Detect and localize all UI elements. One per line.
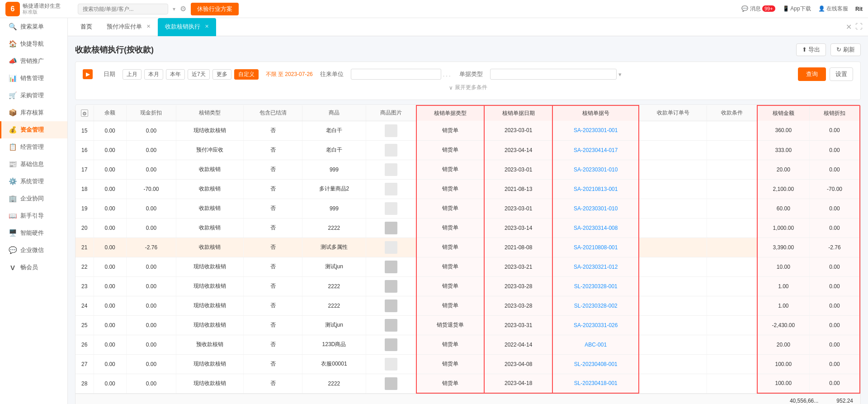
industry-btn[interactable]: 休验行业方案 xyxy=(191,3,239,15)
sidebar-item-finance[interactable]: 💰 资金管理 xyxy=(0,121,67,138)
dropdown-arrow-icon[interactable]: ▾ xyxy=(173,6,175,12)
bill-type-input[interactable] xyxy=(490,69,617,80)
product-img xyxy=(385,222,397,234)
bill-no-link[interactable]: SA-20230414-017 xyxy=(574,147,618,153)
sidebar-item-marketing[interactable]: 📣 营销推广 xyxy=(0,52,67,70)
bill-no-link[interactable]: SA-20230301-001 xyxy=(574,127,618,133)
filter-card: ▶ 日期 上月 本月 本年 近7天 更多 自定义 不限 至 2023-07-26 xyxy=(75,62,861,100)
product-img xyxy=(385,183,397,195)
date-more[interactable]: 更多 xyxy=(212,69,231,80)
query-btn[interactable]: 查询 xyxy=(798,67,826,81)
cell-product-img xyxy=(366,257,416,276)
product-img xyxy=(385,241,397,254)
box-icon: 📦 xyxy=(9,109,17,117)
date-this-month[interactable]: 本月 xyxy=(144,69,163,80)
tab-close-receipt[interactable]: ✕ xyxy=(205,24,209,29)
sidebar-item-wechat[interactable]: 💬 企业微信 xyxy=(0,242,67,259)
sidebar-item-basicinfo[interactable]: 📰 基础信息 xyxy=(0,156,67,173)
partner-dots[interactable]: ... xyxy=(443,71,452,78)
tab-receipt-offset[interactable]: 收款核销执行 ✕ xyxy=(158,18,216,36)
cell-product-img xyxy=(366,218,416,238)
cell-product-img xyxy=(366,276,416,296)
tab-close-icon[interactable]: ✕ xyxy=(846,23,852,31)
cell-rownum: 28 xyxy=(75,374,94,393)
sidebar-item-inventory[interactable]: 📦 库存核算 xyxy=(0,104,67,121)
bill-no-link[interactable]: SA-20230331-026 xyxy=(574,322,618,328)
col-settings[interactable]: ⚙ xyxy=(75,105,94,121)
cell-offset-amount: 100.00 xyxy=(757,354,810,374)
sidebar-item-quicknav[interactable]: 🏠 快捷导航 xyxy=(0,35,67,52)
bill-no-link[interactable]: SA-20210813-001 xyxy=(574,186,618,192)
date-last-month[interactable]: 上月 xyxy=(123,69,142,80)
bill-no-link[interactable]: SA-20230301-010 xyxy=(574,166,618,173)
export-icon: ⬆ xyxy=(802,46,807,53)
cell-cash-discount: -70.00 xyxy=(126,179,176,199)
export-btn[interactable]: ⬆ 导出 xyxy=(796,43,826,56)
settings-icon[interactable]: ⚙ xyxy=(180,5,186,13)
wechat-icon: 💬 xyxy=(9,246,17,254)
tab-expand-icon[interactable]: ⛶ xyxy=(855,23,863,31)
bill-type-dropdown-icon[interactable]: ▾ xyxy=(618,71,622,78)
online-service-btn[interactable]: 👤 在线客服 xyxy=(818,5,848,13)
cell-receipt-order-no xyxy=(639,199,707,218)
app-download-btn[interactable]: 📱 App下载 xyxy=(783,5,811,13)
bill-no-link[interactable]: SA-20230321-012 xyxy=(574,264,618,270)
sidebar-item-label: 资金管理 xyxy=(20,126,44,134)
cell-included-settled: 否 xyxy=(244,218,302,238)
bill-no-link[interactable]: SL-20230328-001 xyxy=(574,283,618,290)
tab-home[interactable]: 首页 xyxy=(73,18,99,36)
filter-settings-btn[interactable]: 设置 xyxy=(830,67,853,81)
cell-rownum: 17 xyxy=(75,160,94,179)
sidebar-item-purchase[interactable]: 🛒 采购管理 xyxy=(0,87,67,104)
cell-rownum: 25 xyxy=(75,315,94,335)
tab-prepay[interactable]: 预付冲应付单 ✕ xyxy=(99,18,158,36)
col-bill-type: 核销单据类型 xyxy=(416,105,485,121)
cell-receipt-order-no xyxy=(639,335,707,354)
cell-offset-amount: 333.00 xyxy=(757,140,810,160)
expand-more-btn[interactable]: ∨ 展开更多条件 xyxy=(83,81,853,94)
cell-offset-type: 收款核销 xyxy=(176,238,244,257)
sidebar-item-hardware[interactable]: 🖥️ 智能硬件 xyxy=(0,224,67,242)
date-this-year[interactable]: 本年 xyxy=(166,69,185,80)
date-7days[interactable]: 近7天 xyxy=(188,69,210,80)
message-btn[interactable]: 💬 消息 99+ xyxy=(741,5,775,13)
expand-toggle[interactable]: ▶ xyxy=(83,69,93,79)
cell-receipt-condition xyxy=(707,315,757,335)
chart-icon: 📊 xyxy=(9,74,17,82)
bill-no-link[interactable]: SA-20230301-010 xyxy=(574,205,618,212)
cell-product: 2222 xyxy=(302,218,366,238)
sidebar-item-system[interactable]: ⚙️ 系统管理 xyxy=(0,173,67,190)
tab-close-prepay[interactable]: ✕ xyxy=(146,24,151,29)
book-icon: 📖 xyxy=(9,212,17,220)
sidebar-item-sales[interactable]: 📊 销售管理 xyxy=(0,70,67,87)
product-img xyxy=(385,358,397,371)
bill-no-link[interactable]: SL-20230328-002 xyxy=(574,303,618,309)
sidebar-item-search[interactable]: 🔍 搜索菜单 xyxy=(0,18,67,35)
table-row: 23 0.00 0.00 现结收款核销 否 2222 销货单 2023-03-2… xyxy=(75,276,860,296)
cell-bill-type: 销货单 xyxy=(416,238,485,257)
cell-included-settled: 否 xyxy=(244,140,302,160)
bill-no-link[interactable]: SL-20230408-001 xyxy=(574,361,618,367)
col-settings-icon: ⚙ xyxy=(81,109,88,117)
sidebar-item-label: 搜索菜单 xyxy=(20,23,44,31)
sidebar-item-enterprise[interactable]: 🏢 企业协同 xyxy=(0,190,67,207)
bill-no-link[interactable]: SA-20230314-008 xyxy=(574,225,618,231)
refresh-btn[interactable]: ↻ 刷新 xyxy=(830,43,861,56)
cell-offset-discount: 0.00 xyxy=(809,257,860,276)
search-input[interactable] xyxy=(78,4,168,14)
bill-no-link[interactable]: SL-20230418-001 xyxy=(574,380,618,386)
bill-no-link[interactable]: ABC-001 xyxy=(585,342,607,348)
cell-offset-discount: 0.00 xyxy=(809,374,860,393)
table-scroll[interactable]: ⚙ 余额 现金折扣 核销类型 包含已结清 商品 商品图片 核销单据类型 核销单据… xyxy=(75,105,860,404)
sidebar-item-vip[interactable]: V 畅会员 xyxy=(0,259,67,276)
bill-no-link[interactable]: SA-20210808-001 xyxy=(574,244,618,251)
col-receipt-condition: 收款条件 xyxy=(707,105,757,121)
page-actions: ⬆ 导出 ↻ 刷新 xyxy=(796,43,861,56)
partner-input[interactable] xyxy=(351,69,441,80)
sidebar-item-label: 采购管理 xyxy=(20,91,44,100)
cell-bill-type: 销货单 xyxy=(416,179,485,199)
sidebar-item-operations[interactable]: 📋 经营管理 xyxy=(0,138,67,156)
cell-receipt-condition xyxy=(707,276,757,296)
sidebar-item-guide[interactable]: 📖 新手引导 xyxy=(0,207,67,224)
date-custom[interactable]: 自定义 xyxy=(234,69,259,80)
